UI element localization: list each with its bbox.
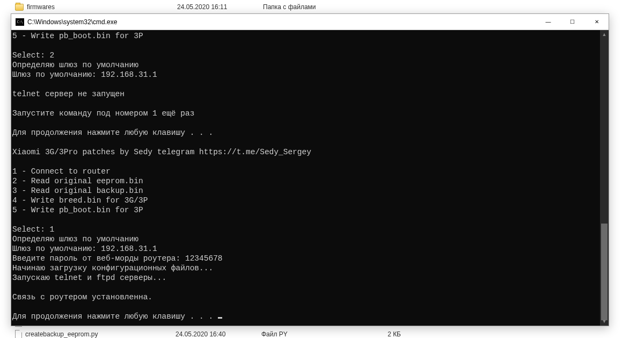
cmd-window: C:\ C:\Windows\system32\cmd.exe — ☐ ✕ 5 …: [11, 13, 609, 326]
cursor: [218, 317, 222, 319]
minimize-button[interactable]: —: [536, 14, 560, 30]
scroll-down-icon[interactable]: ▼: [600, 317, 609, 326]
scroll-up-icon[interactable]: ▲: [600, 30, 609, 39]
close-button[interactable]: ✕: [584, 14, 609, 30]
scrollbar[interactable]: ▲ ▼: [600, 30, 609, 326]
terminal-content: 5 - Write pb_boot.bin for 3P Select: 2 О…: [11, 30, 600, 326]
terminal-output: 5 - Write pb_boot.bin for 3P Select: 2 О…: [11, 30, 600, 321]
folder-icon: [15, 4, 24, 11]
file-name: createbackup_eeprom.py: [25, 330, 175, 338]
scrollbar-thumb[interactable]: [601, 224, 608, 320]
explorer-row-file[interactable]: createbackup_eeprom.py 24.05.2020 16:40 …: [0, 328, 644, 338]
file-type: Файл PY: [261, 330, 358, 338]
file-type: Папка с файлами: [263, 3, 360, 11]
file-date: 24.05.2020 16:11: [177, 3, 263, 11]
file-size: 2 КБ: [358, 330, 401, 338]
window-buttons: — ☐ ✕: [536, 14, 609, 30]
explorer-row-firmwares[interactable]: firmwares 24.05.2020 16:11 Папка с файла…: [0, 1, 644, 13]
file-icon: [15, 330, 22, 338]
file-date: 24.05.2020 16:40: [175, 330, 261, 338]
titlebar[interactable]: C:\ C:\Windows\system32\cmd.exe — ☐ ✕: [11, 14, 609, 30]
window-title: C:\Windows\system32\cmd.exe: [27, 18, 536, 26]
file-name: firmwares: [27, 3, 177, 11]
maximize-button[interactable]: ☐: [560, 14, 584, 30]
terminal[interactable]: 5 - Write pb_boot.bin for 3P Select: 2 О…: [11, 30, 609, 326]
cmd-icon: C:\: [16, 18, 24, 26]
